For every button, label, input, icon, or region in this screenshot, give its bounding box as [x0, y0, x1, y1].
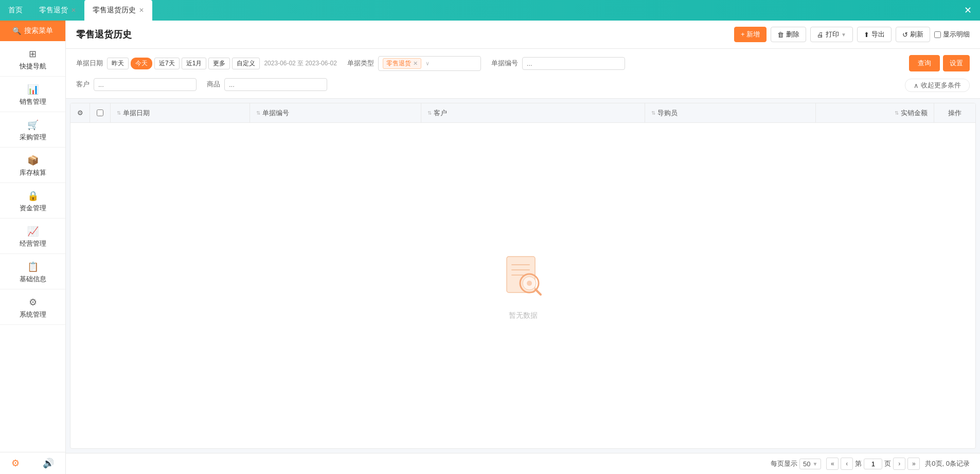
number-filter-label: 单据编号: [491, 59, 518, 68]
date-btn-more[interactable]: 更多: [208, 58, 230, 69]
sidebar-item-finance-label: 资金管理: [20, 204, 46, 213]
finance-icon: 🔒: [27, 190, 39, 202]
sidebar-search[interactable]: 🔍 搜索菜单: [0, 21, 65, 41]
sidebar-item-quick-nav[interactable]: ⊞ 快捷导航: [0, 41, 65, 77]
print-label: 打印: [826, 30, 839, 39]
number-filter-input[interactable]: [522, 57, 625, 70]
th-date[interactable]: ⇅ 单据日期: [111, 103, 250, 122]
th-amount-sort-icon: ⇅: [895, 110, 899, 116]
th-customer[interactable]: ⇅ 客户: [421, 103, 645, 122]
table-header: ⚙ ⇅ 单据日期 ⇅ 单据编号 ⇅ 客户 ⇅ 导购员: [70, 103, 975, 123]
sidebar-item-quick-nav-label: 快捷导航: [20, 62, 46, 71]
show-detail-checkbox-label: 显示明细: [934, 30, 970, 39]
type-tag: 零售退货 ✕: [383, 58, 421, 69]
th-guide[interactable]: ⇅ 导购员: [645, 103, 816, 122]
customer-filter-group: 客户: [76, 78, 197, 91]
sidebar-item-inventory[interactable]: 📦 库存核算: [0, 148, 65, 183]
basic-info-icon: 📋: [27, 261, 39, 272]
main-layout: 🔍 搜索菜单 ⊞ 快捷导航 📊 销售管理 🛒 采购管理 📦 库存核算 🔒: [0, 21, 980, 474]
number-filter-group: 单据编号: [491, 57, 625, 70]
show-detail-checkbox[interactable]: [934, 31, 941, 38]
tab-retail-return-history[interactable]: 零售退货历史 ✕: [84, 0, 152, 21]
page-header: 零售退货历史 + 新增 🗑 删除 🖨 打印 ▼ ⬆ 导出 ↺: [66, 21, 980, 49]
page-prev-button[interactable]: ‹: [841, 458, 853, 470]
th-checkbox[interactable]: [90, 103, 111, 122]
page-first-button[interactable]: «: [826, 458, 839, 470]
sidebar-item-inventory-label: 库存核算: [20, 168, 46, 177]
content-area: 零售退货历史 + 新增 🗑 删除 🖨 打印 ▼ ⬆ 导出 ↺: [66, 21, 980, 474]
date-btn-custom[interactable]: 自定义: [232, 58, 260, 69]
th-number-sort-icon: ⇅: [256, 110, 260, 116]
tab-retail-return[interactable]: 零售退货 ✕: [31, 0, 84, 21]
sidebar-item-operations[interactable]: 📈 经营管理: [0, 218, 65, 254]
delete-button[interactable]: 🗑 删除: [771, 27, 806, 42]
quick-nav-icon: ⊞: [29, 48, 37, 60]
total-info: 共0页, 0条记录: [925, 459, 970, 468]
export-button[interactable]: ⬆ 导出: [857, 27, 892, 42]
sales-mgmt-icon: 📊: [27, 84, 39, 95]
page-next-button[interactable]: ›: [893, 458, 905, 470]
print-button[interactable]: 🖨 打印 ▼: [810, 27, 853, 42]
date-btn-today[interactable]: 今天: [131, 58, 152, 69]
th-settings[interactable]: ⚙: [70, 103, 90, 122]
per-page-value: 50: [803, 460, 810, 468]
goods-filter-input[interactable]: [224, 78, 327, 91]
new-button[interactable]: + 新增: [734, 27, 767, 42]
system-mgmt-icon: ⚙: [29, 297, 37, 308]
setting-button[interactable]: 设置: [943, 55, 970, 71]
date-filter-label: 单据日期: [76, 59, 103, 68]
sidebar-item-operations-label: 经营管理: [20, 239, 46, 248]
sidebar-item-system-mgmt-label: 系统管理: [20, 310, 46, 319]
svg-point-7: [527, 281, 532, 286]
th-amount[interactable]: ⇅ 实销金额: [816, 103, 934, 122]
select-all-checkbox[interactable]: [97, 110, 103, 116]
th-action: 操作: [934, 103, 975, 122]
tab-retail-return-close[interactable]: ✕: [71, 7, 76, 14]
sidebar-item-purchase-mgmt[interactable]: 🛒 采购管理: [0, 112, 65, 148]
page-unit-label: 页: [884, 459, 891, 468]
tab-retail-return-history-close[interactable]: ✕: [139, 7, 144, 14]
type-tag-close[interactable]: ✕: [413, 60, 418, 67]
sidebar-item-basic-info[interactable]: 📋 基础信息: [0, 254, 65, 289]
sidebar: 🔍 搜索菜单 ⊞ 快捷导航 📊 销售管理 🛒 采购管理 📦 库存核算 🔒: [0, 21, 66, 474]
date-buttons: 昨天 今天 近7天 近1月 更多 自定义: [107, 58, 260, 69]
customer-filter-input[interactable]: [94, 78, 197, 91]
type-filter-select[interactable]: 零售退货 ✕ ∨: [378, 56, 481, 71]
date-range-display: 2023-06-02 至 2023-06-02: [264, 59, 336, 68]
th-date-label: 单据日期: [123, 108, 150, 118]
collapse-button[interactable]: ∧ 收起更多条件: [905, 79, 970, 92]
inventory-icon: 📦: [27, 155, 39, 166]
sidebar-item-sales-mgmt[interactable]: 📊 销售管理: [0, 77, 65, 112]
per-page-label: 每页显示: [771, 459, 797, 468]
svg-line-6: [536, 289, 541, 295]
sidebar-item-finance[interactable]: 🔒 资金管理: [0, 183, 65, 218]
sidebar-settings-icon[interactable]: ⚙: [11, 458, 20, 469]
sidebar-item-system-mgmt[interactable]: ⚙ 系统管理: [0, 289, 65, 325]
page-last-button[interactable]: »: [907, 458, 920, 470]
th-action-label: 操作: [948, 108, 961, 118]
page-number-input[interactable]: [864, 459, 882, 469]
refresh-button[interactable]: ↺ 刷新: [896, 27, 930, 42]
filter-collapse-section: ∧ 收起更多条件: [905, 79, 970, 92]
window-close-button[interactable]: ✕: [956, 5, 980, 16]
type-chevron-down-icon: ∨: [425, 60, 430, 67]
export-label: 导出: [871, 30, 885, 39]
search-icon: 🔍: [12, 27, 21, 35]
per-page-select[interactable]: 50 ▼: [799, 459, 821, 469]
sidebar-sound-icon[interactable]: 🔊: [43, 458, 54, 469]
th-number-label: 单据编号: [262, 108, 289, 118]
tab-home-label: 首页: [8, 6, 23, 15]
empty-state: 暂无数据: [497, 251, 549, 320]
refresh-label: 刷新: [910, 30, 923, 39]
empty-state-icon: [497, 251, 549, 303]
date-btn-7days[interactable]: 近7天: [154, 58, 180, 69]
date-btn-1month[interactable]: 近1月: [182, 58, 207, 69]
sidebar-item-sales-mgmt-label: 销售管理: [20, 97, 46, 106]
empty-state-text: 暂无数据: [509, 311, 538, 320]
date-btn-yesterday[interactable]: 昨天: [107, 58, 129, 69]
tab-home[interactable]: 首页: [0, 0, 31, 21]
th-number[interactable]: ⇅ 单据编号: [250, 103, 421, 122]
delete-label: 删除: [786, 30, 799, 39]
query-button[interactable]: 查询: [909, 55, 940, 71]
collapse-label: 收起更多条件: [921, 81, 961, 90]
